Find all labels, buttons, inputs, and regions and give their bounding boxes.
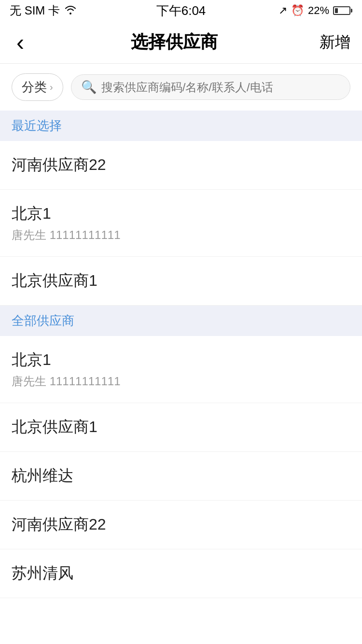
list-item[interactable]: 北京1唐先生 11111111111	[0, 336, 362, 403]
recent-list: 河南供应商22北京1唐先生 11111111111北京供应商1	[0, 141, 362, 306]
list-item[interactable]: 河南供应商22	[0, 501, 362, 549]
item-name: 苏州清风	[12, 563, 350, 584]
chevron-right-icon: ›	[50, 82, 53, 93]
status-bar: 无 SIM 卡 下午6:04 ↗ ⏰ 22%	[0, 0, 362, 21]
item-name: 北京1	[12, 203, 350, 224]
list-item[interactable]: 杭州维达	[0, 452, 362, 501]
new-action-button[interactable]: 新增	[320, 32, 350, 53]
battery-percentage: 22%	[308, 4, 329, 17]
search-input[interactable]	[101, 81, 340, 94]
location-icon: ↗	[278, 4, 287, 17]
wifi-icon	[64, 4, 77, 17]
item-sub: 唐先生 11111111111	[12, 374, 350, 389]
page-title: 选择供应商	[131, 30, 218, 54]
all-section-label: 全部供应商	[12, 313, 74, 328]
recent-section-label: 最近选择	[12, 118, 62, 133]
filter-row: 分类 › 🔍	[0, 64, 362, 111]
category-button[interactable]: 分类 ›	[12, 73, 63, 101]
item-name: 河南供应商22	[12, 154, 350, 176]
item-name: 河南供应商22	[12, 514, 350, 535]
list-item[interactable]: 苏州清风	[0, 549, 362, 598]
search-icon: 🔍	[81, 80, 97, 95]
alarm-icon: ⏰	[291, 4, 304, 17]
all-list: 北京1唐先生 11111111111北京供应商1杭州维达河南供应商22苏州清风	[0, 336, 362, 598]
item-name: 杭州维达	[12, 465, 350, 487]
carrier-text: 无 SIM 卡	[10, 3, 60, 18]
item-name: 北京供应商1	[12, 270, 350, 292]
status-time: 下午6:04	[156, 2, 206, 19]
search-bar[interactable]: 🔍	[71, 74, 350, 100]
status-left: 无 SIM 卡	[10, 3, 77, 18]
back-button[interactable]: ‹	[12, 24, 29, 60]
item-name: 北京1	[12, 350, 350, 371]
list-item[interactable]: 北京1唐先生 11111111111	[0, 190, 362, 257]
all-section-header: 全部供应商	[0, 306, 362, 336]
nav-bar: ‹ 选择供应商 新增	[0, 21, 362, 64]
battery-icon	[333, 6, 352, 15]
item-name: 北京供应商1	[12, 417, 350, 438]
item-sub: 唐先生 11111111111	[12, 227, 350, 243]
list-item[interactable]: 北京供应商1	[0, 257, 362, 306]
status-right: ↗ ⏰ 22%	[278, 4, 352, 17]
category-label: 分类	[22, 79, 47, 96]
list-item[interactable]: 北京供应商1	[0, 403, 362, 452]
list-item[interactable]: 河南供应商22	[0, 141, 362, 190]
recent-section-header: 最近选择	[0, 111, 362, 141]
